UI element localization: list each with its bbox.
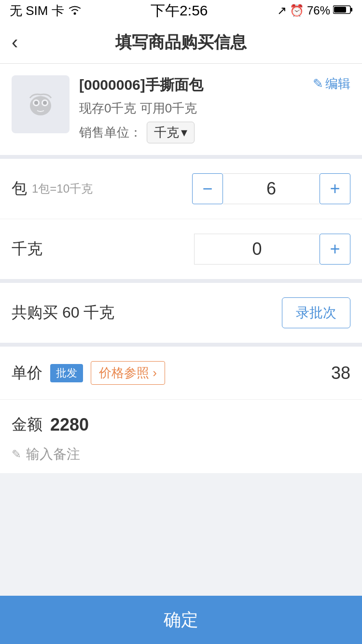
alarm-icon: ⏰ <box>290 4 304 17</box>
edit-label: 编辑 <box>325 75 350 92</box>
note-placeholder: 输入备注 <box>26 445 80 463</box>
price-value: 38 <box>331 363 350 383</box>
svg-point-0 <box>73 12 76 14</box>
price-tag: 批发 <box>50 364 83 382</box>
kg-plus-button[interactable]: + <box>320 234 350 265</box>
kg-section: 千克 + <box>0 219 362 283</box>
svg-point-4 <box>30 96 51 115</box>
pack-label: 包 1包=10千克 <box>12 178 93 199</box>
product-unit-row: 销售单位： 千克 ▾ <box>79 122 303 143</box>
svg-rect-3 <box>334 7 346 13</box>
pack-minus-button[interactable]: − <box>192 173 223 204</box>
price-section: 单价 批发 价格参照 › 38 <box>0 347 362 400</box>
pack-section: 包 1包=10千克 − + <box>0 159 362 219</box>
edit-button[interactable]: ✎ 编辑 <box>313 75 350 92</box>
sim-status: 无 SIM 卡 <box>10 2 64 19</box>
note-icon: ✎ <box>12 448 21 461</box>
product-card: [0000006]手撕面包 现存0千克 可用0千克 销售单位： 千克 ▾ ✎ 编… <box>0 64 362 159</box>
status-bar: 无 SIM 卡 下午2:56 ↗ ⏰ 76% <box>0 0 362 21</box>
batch-button[interactable]: 录批次 <box>282 297 350 328</box>
price-ref-button[interactable]: 价格参照 › <box>91 361 165 385</box>
unit-value: 千克 <box>154 124 179 141</box>
pack-hint: 1包=10千克 <box>32 181 93 196</box>
svg-point-7 <box>34 101 38 105</box>
status-time: 下午2:56 <box>151 1 208 21</box>
svg-point-8 <box>43 101 47 105</box>
confirm-button[interactable]: 确定 <box>0 596 362 644</box>
kg-text: 千克 <box>12 238 42 260</box>
unit-dropdown[interactable]: 千克 ▾ <box>147 122 195 143</box>
battery-icon <box>333 4 352 17</box>
amount-label: 金额 <box>12 414 42 435</box>
note-row[interactable]: ✎ 输入备注 <box>12 445 350 463</box>
status-left: 无 SIM 卡 <box>10 2 82 19</box>
product-info: [0000006]手撕面包 现存0千克 可用0千克 销售单位： 千克 ▾ <box>79 75 303 143</box>
dropdown-arrow-icon: ▾ <box>181 125 187 140</box>
wifi-icon <box>68 3 82 18</box>
price-label: 单价 <box>12 363 42 384</box>
pack-plus-button[interactable]: + <box>320 173 350 204</box>
kg-quantity-control: + <box>194 234 350 265</box>
summary-text: 共购买 60 千克 <box>12 302 114 323</box>
kg-label: 千克 <box>12 238 42 260</box>
product-image <box>12 75 70 133</box>
product-stock: 现存0千克 可用0千克 <box>79 100 303 117</box>
unit-label: 销售单位： <box>79 124 142 141</box>
battery-text: 76% <box>307 4 330 17</box>
amount-section: 金额 2280 ✎ 输入备注 <box>0 400 362 473</box>
pack-quantity-control: − + <box>192 173 350 204</box>
edit-icon: ✎ <box>313 76 323 91</box>
page-title: 填写商品购买信息 <box>115 31 247 54</box>
nav-bar: ‹ 填写商品购买信息 <box>0 21 362 64</box>
product-name: [0000006]手撕面包 <box>79 75 303 95</box>
svg-rect-2 <box>350 8 352 12</box>
amount-value: 2280 <box>50 415 89 435</box>
price-ref-label: 价格参照 › <box>99 364 157 381</box>
pack-text: 包 <box>12 178 27 199</box>
summary-row: 共购买 60 千克 录批次 <box>0 283 362 347</box>
confirm-label: 确定 <box>164 608 198 632</box>
status-right: ↗ ⏰ 76% <box>277 4 352 17</box>
kg-quantity-input[interactable] <box>194 234 320 265</box>
location-icon: ↗ <box>277 4 287 17</box>
amount-row: 金额 2280 <box>12 414 350 435</box>
pack-quantity-input[interactable] <box>223 173 320 204</box>
product-card-right: ✎ 编辑 <box>313 75 350 92</box>
back-button[interactable]: ‹ <box>12 31 18 53</box>
